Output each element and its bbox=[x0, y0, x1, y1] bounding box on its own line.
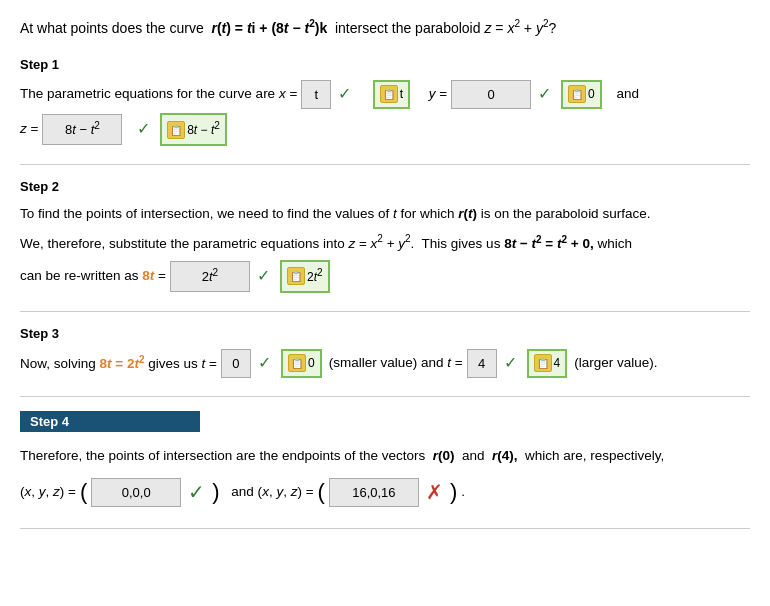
step4-content: Therefore, the points of intersection ar… bbox=[20, 444, 750, 510]
step3-label: Step 3 bbox=[20, 326, 750, 341]
step4-point2-check: ✗ bbox=[426, 474, 443, 510]
step4-left-paren1: ( bbox=[80, 481, 87, 503]
step4-section: Step 4 Therefore, the points of intersec… bbox=[20, 411, 750, 529]
step1-y-hint-icon: 📋 bbox=[568, 85, 586, 103]
step2-content: To find the points of intersection, we n… bbox=[20, 202, 750, 293]
step2-section: Step 2 To find the points of intersectio… bbox=[20, 179, 750, 312]
step2-row-rewrite: can be re-written as 8t = 2t2 ✓ 📋 2t2 bbox=[20, 260, 750, 293]
step4-point1-box: 0,0,0 bbox=[91, 478, 181, 507]
step4-right-paren1: ) bbox=[212, 481, 219, 503]
step1-y-check: ✓ bbox=[538, 80, 551, 109]
step1-z-hint[interactable]: 📋 8t − t2 bbox=[160, 113, 227, 146]
step1-row1: The parametric equations for the curve a… bbox=[20, 80, 750, 110]
step3-t2-hint[interactable]: 📋 4 bbox=[527, 349, 568, 379]
step3-t2-hint-val: 4 bbox=[554, 353, 561, 375]
step3-t2-box: 4 bbox=[467, 349, 497, 378]
step1-section: Step 1 The parametric equations for the … bbox=[20, 57, 750, 165]
step2-rewrite-hint[interactable]: 📋 2t2 bbox=[280, 260, 330, 293]
step3-t1-hint-val: 0 bbox=[308, 353, 315, 375]
step2-line1: To find the points of intersection, we n… bbox=[20, 202, 750, 226]
step3-content: Now, solving 8t = 2t2 gives us t = 0 ✓ 📋… bbox=[20, 349, 750, 379]
step4-and2: and (x, y, z) = bbox=[231, 480, 313, 504]
step3-row: Now, solving 8t = 2t2 gives us t = 0 ✓ 📋… bbox=[20, 349, 750, 379]
step1-x-hint[interactable]: 📋 t bbox=[373, 80, 410, 110]
step2-rewrite-box: 2t2 bbox=[170, 261, 250, 292]
step2-label: Step 2 bbox=[20, 179, 750, 194]
step1-z-hint-val: 8t − t2 bbox=[187, 117, 220, 142]
step1-label: Step 1 bbox=[20, 57, 750, 72]
step4-point1-check: ✓ bbox=[188, 474, 205, 510]
step3-larger-label: (larger value). bbox=[574, 351, 657, 375]
step4-label: Step 4 bbox=[20, 411, 200, 432]
step2-rewrite-pre: can be re-written as 8t = bbox=[20, 264, 166, 288]
step1-z-check: ✓ bbox=[137, 115, 150, 144]
step4-point2-box: 16,0,16 bbox=[329, 478, 419, 507]
step3-t1-hint[interactable]: 📋 0 bbox=[281, 349, 322, 379]
step1-z-label: z = bbox=[20, 117, 38, 141]
step3-t2-hint-icon: 📋 bbox=[534, 354, 552, 372]
step3-section: Step 3 Now, solving 8t = 2t2 gives us t … bbox=[20, 326, 750, 398]
step4-point1-pre: (x, y, z) = bbox=[20, 480, 76, 504]
step1-z-hint-icon: 📋 bbox=[167, 121, 185, 139]
step4-left-paren2: ( bbox=[318, 481, 325, 503]
step1-y-hint-val: 0 bbox=[588, 84, 595, 106]
step2-rewrite-hint-val: 2t2 bbox=[307, 264, 323, 289]
step1-y-label: y = bbox=[429, 82, 447, 106]
step1-x-box: t bbox=[301, 80, 331, 109]
step3-t1-check: ✓ bbox=[258, 349, 271, 378]
step4-line1: Therefore, the points of intersection ar… bbox=[20, 444, 750, 468]
step1-x-hint-icon: 📋 bbox=[380, 85, 398, 103]
step3-smaller-label: (smaller value) and t = bbox=[329, 351, 463, 375]
step3-pre: Now, solving 8t = 2t2 gives us t = bbox=[20, 350, 217, 376]
step2-rewrite-hint-icon: 📋 bbox=[287, 267, 305, 285]
step3-t2-check: ✓ bbox=[504, 349, 517, 378]
step1-x-hint-val: t bbox=[400, 84, 403, 106]
step3-t1-hint-icon: 📋 bbox=[288, 354, 306, 372]
step4-end-period: . bbox=[461, 480, 465, 504]
step1-row2: z = 8t − t2 ✓ 📋 8t − t2 bbox=[20, 113, 750, 146]
step4-right-paren2: ) bbox=[450, 481, 457, 503]
step1-and: and bbox=[617, 82, 640, 106]
step1-content: The parametric equations for the curve a… bbox=[20, 80, 750, 146]
step2-line2: We, therefore, substitute the parametric… bbox=[20, 230, 750, 256]
step1-z-box: 8t − t2 bbox=[42, 114, 122, 145]
step1-y-box: 0 bbox=[451, 80, 531, 109]
step1-text-pre: The parametric equations for the curve a… bbox=[20, 82, 297, 106]
step1-x-check: ✓ bbox=[338, 80, 351, 109]
step1-y-hint[interactable]: 📋 0 bbox=[561, 80, 602, 110]
step2-rewrite-check: ✓ bbox=[257, 262, 270, 291]
step4-row: (x, y, z) = ( 0,0,0 ✓ ) and (x, y, z) = … bbox=[20, 474, 750, 510]
question-text: At what points does the curve r(t) = ti … bbox=[20, 16, 750, 39]
step3-t1-box: 0 bbox=[221, 349, 251, 378]
